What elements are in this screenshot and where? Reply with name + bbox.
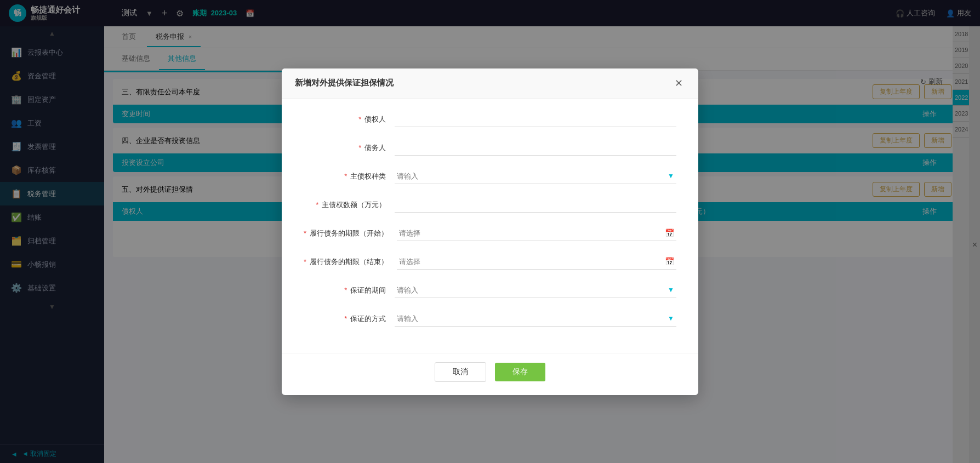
- label-debtor: * 债务人: [304, 143, 386, 153]
- dropdown-arrow-guarantee-method[interactable]: ▼: [668, 315, 676, 322]
- form-row-period-start: * 履行债务的期限（开始） 📅: [304, 226, 676, 241]
- input-period-end[interactable]: [397, 254, 665, 269]
- form-row-period-end: * 履行债务的期限（结束） 📅: [304, 254, 676, 270]
- select-wrapper-guarantee-method: ▼: [395, 311, 676, 327]
- input-guarantee-period[interactable]: [395, 283, 668, 298]
- save-button[interactable]: 保存: [495, 363, 545, 381]
- modal-footer: 取消 保存: [282, 353, 698, 395]
- required-star: *: [344, 315, 347, 323]
- label-guarantee-period: * 保证的期间: [304, 285, 386, 295]
- form-row-claim-amount: * 主债权数额（万元）: [304, 197, 676, 213]
- modal: 新增对外提供保证担保情况 ✕ * 债权人 * 债务人: [282, 68, 698, 395]
- label-claim-amount: * 主债权数额（万元）: [304, 200, 386, 210]
- date-wrapper-period-end: 📅: [397, 254, 676, 270]
- input-debtor[interactable]: [395, 140, 676, 156]
- label-guarantee-method: * 保证的方式: [304, 314, 386, 324]
- input-claim-amount[interactable]: [395, 197, 676, 213]
- select-wrapper-claim-type: ▼: [395, 169, 676, 184]
- form-row-guarantee-period: * 保证的期间 ▼: [304, 283, 676, 298]
- cancel-button[interactable]: 取消: [435, 362, 486, 382]
- input-creditor[interactable]: [395, 112, 676, 127]
- modal-overlay: 新增对外提供保证担保情况 ✕ * 债权人 * 债务人: [0, 0, 980, 463]
- label-claim-type: * 主债权种类: [304, 172, 386, 181]
- calendar-icon-start[interactable]: 📅: [665, 228, 676, 237]
- form-row-creditor: * 债权人: [304, 112, 676, 127]
- label-creditor: * 债权人: [304, 115, 386, 124]
- modal-title: 新增对外提供保证担保情况: [295, 78, 394, 88]
- dropdown-arrow-guarantee-period[interactable]: ▼: [668, 286, 676, 294]
- required-star: *: [344, 286, 347, 294]
- input-guarantee-method[interactable]: [395, 311, 668, 326]
- required-star: *: [304, 229, 306, 237]
- required-star: *: [344, 172, 347, 180]
- input-period-start[interactable]: [397, 226, 665, 241]
- calendar-icon-end[interactable]: 📅: [665, 257, 676, 266]
- label-period-end: * 履行债务的期限（结束）: [304, 257, 388, 267]
- required-star: *: [304, 258, 306, 266]
- required-star: *: [358, 144, 361, 152]
- input-claim-type[interactable]: [395, 169, 668, 184]
- modal-header: 新增对外提供保证担保情况 ✕: [282, 68, 698, 99]
- required-star: *: [316, 201, 318, 209]
- select-wrapper-guarantee-period: ▼: [395, 283, 676, 298]
- required-star: *: [358, 115, 361, 123]
- form-row-guarantee-method: * 保证的方式 ▼: [304, 311, 676, 327]
- form-row-debtor: * 债务人: [304, 140, 676, 156]
- modal-body: * 债权人 * 债务人 * 主债权种类: [282, 99, 698, 353]
- dropdown-arrow-claim-type[interactable]: ▼: [668, 172, 676, 180]
- modal-close-button[interactable]: ✕: [673, 77, 685, 89]
- label-period-start: * 履行债务的期限（开始）: [304, 228, 388, 238]
- form-row-claim-type: * 主债权种类 ▼: [304, 169, 676, 184]
- date-wrapper-period-start: 📅: [397, 226, 676, 241]
